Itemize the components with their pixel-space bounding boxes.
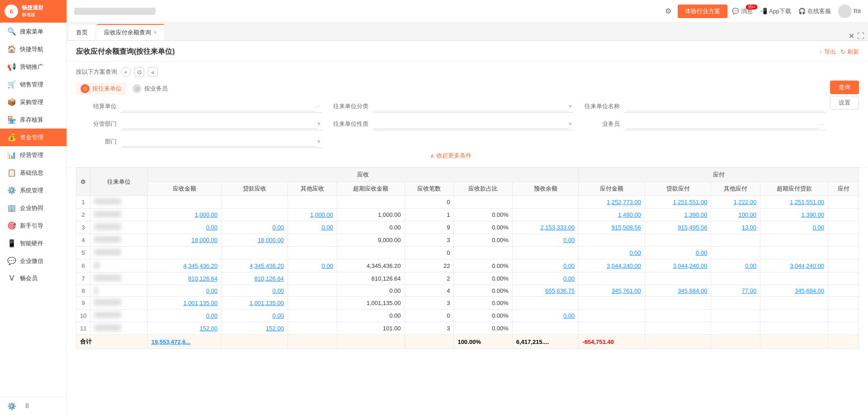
row-prepay-bal[interactable]: 655,636.75 [512,285,579,297]
dept-input[interactable] [122,136,317,147]
row-prepay-bal[interactable] [512,196,579,209]
row-loan-pay[interactable]: 3,044,240.00 [645,259,711,272]
row-other-recv[interactable] [288,234,337,247]
row-prepay-bal[interactable] [512,297,579,310]
filter-scheme-btn-2[interactable]: « [148,67,158,77]
row-prepay-bal[interactable] [512,247,579,259]
sidebar-item-inventory[interactable]: 🏪库存核算 [0,111,66,129]
row-recv-amt[interactable]: 4,345,436.20 [147,259,222,272]
row-loan-recv[interactable]: 18,000.00 [222,234,288,247]
sub-filter-by-partner[interactable]: ⊙ 按往来单位 [76,82,126,95]
row-other-pay[interactable] [711,234,760,247]
close-window-icon[interactable]: ✕ [849,32,854,40]
row-overdue-pay[interactable] [760,322,828,335]
row-other-recv[interactable]: 0.00 [288,259,337,272]
sidebar-item-enterprise[interactable]: 🏢企业协同 [0,199,66,217]
row-recv-amt[interactable]: 152.00 [147,322,222,335]
user-avatar-item[interactable]: Rit [838,5,861,18]
row-loan-recv[interactable]: 4,345,436.20 [222,259,288,272]
row-other-recv[interactable] [288,196,337,209]
set-button[interactable]: 设置 [830,96,859,110]
row-overdue-pay[interactable]: 1,390.00 [760,209,828,221]
row-pay-amt[interactable] [579,310,645,322]
row-overdue-pay[interactable] [760,310,828,322]
query-button[interactable]: 查询 [830,81,859,94]
filter-add-button[interactable]: + [121,67,131,77]
settlement-dots-icon[interactable]: ··· [316,103,321,110]
row-loan-pay[interactable]: 0.00 [645,247,711,259]
sidebar-item-guide[interactable]: 🎯新手引导 [0,217,66,234]
row-pay-amt[interactable] [579,322,645,335]
row-prepay-bal[interactable]: 0.00 [512,234,579,247]
sidebar-item-weixin[interactable]: 💬企业微信 [0,252,66,270]
partner-category-input[interactable] [374,100,569,111]
row-recv-amt[interactable]: 1,000.00 [147,209,222,221]
refresh-button[interactable]: ↻ 刷新 [840,48,859,56]
row-pay-amt[interactable]: 0.00 [579,247,645,259]
sidebar-item-finance[interactable]: 💰资金管理 [0,129,66,146]
collapse-icon[interactable]: ⏸ [24,402,31,410]
row-prepay-bal[interactable]: 0.00 [512,259,579,272]
dept-manager-input[interactable] [122,118,317,129]
row-loan-pay[interactable] [645,297,711,310]
partner-nature-arrow[interactable]: ▾ [569,120,572,127]
tab-home[interactable]: 首页 [69,25,95,40]
row-other-pay[interactable]: 1,222.00 [711,196,760,209]
row-loan-pay[interactable] [645,310,711,322]
row-other-recv[interactable]: 1,000.00 [288,209,337,221]
row-pay-amt[interactable]: 1,252,773.00 [579,196,645,209]
sidebar-item-operation[interactable]: 📊经营管理 [0,146,66,164]
row-other-pay[interactable] [711,247,760,259]
row-prepay-bal[interactable]: 0.00 [512,310,579,322]
export-button[interactable]: ↑ 导出 [820,48,836,56]
row-overdue-pay[interactable]: 3,044,240.00 [760,259,828,272]
row-other-pay[interactable]: 77.00 [711,285,760,297]
row-loan-recv[interactable] [222,209,288,221]
trial-btn[interactable]: 体验行业方案 [678,5,727,18]
row-loan-recv[interactable]: 0.00 [222,285,288,297]
settlement-unit-input[interactable] [122,100,316,111]
sidebar-item-hardware[interactable]: 📱智能硬件 [0,234,66,252]
row-loan-recv[interactable]: 0.00 [222,310,288,322]
row-loan-recv[interactable]: 1,001,135.00 [222,297,288,310]
partner-nature-input-wrap[interactable]: ▾ [372,117,574,130]
row-loan-pay[interactable]: 1,390.00 [645,209,711,221]
settings-footer-icon[interactable]: ⚙️ [7,402,16,410]
row-prepay-bal[interactable] [512,209,579,221]
row-recv-amt[interactable]: 0.00 [147,221,222,234]
row-recv-amt[interactable]: 0.00 [147,285,222,297]
row-other-pay[interactable] [711,272,760,285]
row-overdue-pay[interactable]: 0.00 [760,221,828,234]
row-pay-amt[interactable]: 3,044,240.00 [579,259,645,272]
partner-name-input-wrap[interactable] [623,100,826,113]
salesman-dots-icon[interactable]: ··· [819,120,824,127]
salesman-input[interactable] [625,118,819,129]
tab-close-icon[interactable]: × [154,29,157,36]
row-loan-recv[interactable] [222,196,288,209]
footer-recv-total[interactable]: 19,553,472,6... [147,335,222,349]
row-other-recv[interactable] [288,247,337,259]
sidebar-item-marketing[interactable]: 📢营销推广 [0,58,66,76]
row-prepay-bal[interactable]: 0.00 [512,272,579,285]
row-other-pay[interactable]: 0.00 [711,259,760,272]
row-other-recv[interactable] [288,322,337,335]
row-overdue-pay[interactable] [760,297,828,310]
dept-manager-input-wrap[interactable]: ▾ [120,117,322,130]
online-service-item[interactable]: 🎧 在线客服 [798,7,831,15]
sidebar-item-member[interactable]: V畅会员 [0,270,66,287]
dept-arrow[interactable]: ▾ [317,138,321,145]
partner-name-input[interactable] [625,100,824,111]
collapse-more-btn[interactable]: ∧ 收起更多条件 [76,150,826,162]
row-recv-amt[interactable]: 0.00 [147,310,222,322]
app-download-item[interactable]: 📲 App下载 [760,7,791,15]
row-other-recv[interactable] [288,297,337,310]
row-pay-amt[interactable]: 345,761.00 [579,285,645,297]
row-other-pay[interactable]: 13.00 [711,221,760,234]
row-recv-amt[interactable] [147,247,222,259]
sidebar-item-basic[interactable]: 📋基础信息 [0,164,66,181]
partner-nature-input[interactable] [374,118,569,129]
sidebar-item-quick[interactable]: 🏠快捷导航 [0,40,66,58]
row-loan-pay[interactable]: 345,684.00 [645,285,711,297]
row-pay-amt[interactable] [579,234,645,247]
row-loan-pay[interactable] [645,322,711,335]
